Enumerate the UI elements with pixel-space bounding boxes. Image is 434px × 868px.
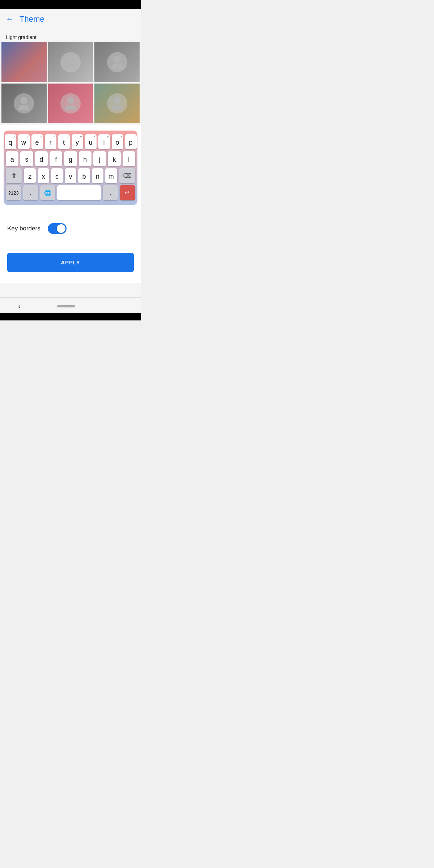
keyboard-row-1: 1q 2w 3e 4r 5t 6y 7u 8i 9o 0p bbox=[6, 134, 135, 149]
key-borders-row: Key borders bbox=[7, 223, 134, 234]
back-button[interactable]: ← bbox=[6, 14, 14, 24]
delete-key[interactable]: ⌫ bbox=[119, 168, 135, 183]
theme-cell-gray2[interactable] bbox=[94, 42, 140, 82]
key-p[interactable]: 0p bbox=[125, 134, 137, 149]
nav-pill bbox=[57, 305, 75, 307]
avatar-head bbox=[67, 56, 74, 63]
key-j[interactable]: j bbox=[93, 151, 106, 166]
key-v[interactable]: v bbox=[65, 168, 76, 183]
avatar bbox=[14, 93, 34, 114]
spacer3 bbox=[0, 283, 141, 297]
space-key[interactable] bbox=[57, 185, 101, 200]
symbols-key[interactable]: ?123 bbox=[6, 185, 21, 200]
key-f[interactable]: f bbox=[50, 151, 62, 166]
key-borders-label: Key borders bbox=[7, 225, 41, 232]
avatar-head bbox=[20, 97, 27, 104]
key-s[interactable]: s bbox=[20, 151, 33, 166]
avatar-body bbox=[65, 64, 76, 69]
key-h[interactable]: h bbox=[79, 151, 92, 166]
comma-key[interactable]: , bbox=[23, 185, 38, 200]
avatar bbox=[107, 52, 127, 72]
key-t[interactable]: 5t bbox=[58, 134, 70, 149]
avatar-body bbox=[112, 105, 123, 110]
key-n[interactable]: n bbox=[92, 168, 103, 183]
keyboard-row-3: ⇧ z x c v b n m ⌫ bbox=[6, 168, 135, 183]
key-y[interactable]: 6y bbox=[72, 134, 83, 149]
key-d[interactable]: d bbox=[35, 151, 48, 166]
status-bar bbox=[0, 0, 141, 9]
bottom-bar bbox=[0, 313, 141, 320]
avatar-body bbox=[18, 105, 29, 110]
keyboard-wrapper: 🎤 1q 2w 3e 4r 5t 6y 7u 8i 9o 0p a s d f … bbox=[4, 131, 137, 205]
key-a[interactable]: a bbox=[6, 151, 18, 166]
key-u[interactable]: 7u bbox=[85, 134, 97, 149]
bottom-nav: ‹ bbox=[0, 297, 141, 313]
return-key[interactable]: ↵ bbox=[120, 185, 135, 200]
nav-back-button[interactable]: ‹ bbox=[18, 302, 21, 310]
keyboard-row-2: a s d f g h j k l bbox=[6, 151, 135, 166]
keyboard-row-bottom: ?123 , 🌐 . ↵ bbox=[6, 185, 135, 200]
key-k[interactable]: k bbox=[108, 151, 120, 166]
avatar-body bbox=[65, 105, 76, 110]
key-o[interactable]: 9o bbox=[112, 134, 123, 149]
header: ← Theme bbox=[0, 9, 141, 30]
key-borders-toggle[interactable] bbox=[48, 223, 67, 234]
key-x[interactable]: x bbox=[38, 168, 49, 183]
period-key[interactable]: . bbox=[103, 185, 118, 200]
toggle-knob bbox=[57, 224, 65, 233]
shift-key[interactable]: ⇧ bbox=[6, 168, 22, 183]
theme-cell-blue-pink[interactable] bbox=[1, 42, 47, 82]
key-m[interactable]: m bbox=[105, 168, 117, 183]
avatar-head bbox=[67, 97, 74, 104]
section-label: Light gradient bbox=[0, 30, 141, 42]
keyboard-preview: 🎤 1q 2w 3e 4r 5t 6y 7u 8i 9o 0p a s d f … bbox=[0, 125, 141, 209]
key-l[interactable]: l bbox=[123, 151, 135, 166]
key-i[interactable]: 8i bbox=[98, 134, 110, 149]
page-title: Theme bbox=[20, 14, 44, 24]
key-g[interactable]: g bbox=[64, 151, 77, 166]
spacer2 bbox=[0, 243, 141, 246]
theme-grid bbox=[0, 42, 141, 125]
key-e[interactable]: 3e bbox=[31, 134, 43, 149]
avatar-head bbox=[114, 56, 121, 63]
avatar-body bbox=[112, 64, 123, 69]
avatar bbox=[60, 93, 81, 114]
theme-cell-gray1[interactable] bbox=[48, 42, 93, 82]
apply-section: APPLY bbox=[0, 246, 141, 283]
globe-key[interactable]: 🌐 bbox=[40, 185, 55, 200]
key-q[interactable]: 1q bbox=[5, 134, 16, 149]
theme-cell-gray3[interactable] bbox=[1, 84, 47, 123]
theme-cell-teal-orange[interactable] bbox=[94, 84, 140, 123]
key-z[interactable]: z bbox=[24, 168, 35, 183]
avatar bbox=[107, 93, 127, 114]
key-r[interactable]: 4r bbox=[45, 134, 56, 149]
key-c[interactable]: c bbox=[51, 168, 63, 183]
avatar bbox=[60, 52, 81, 72]
theme-cell-pink-red[interactable] bbox=[48, 84, 93, 123]
key-b[interactable]: b bbox=[78, 168, 90, 183]
apply-button[interactable]: APPLY bbox=[7, 253, 134, 272]
key-w[interactable]: 2w bbox=[18, 134, 30, 149]
spacer bbox=[0, 209, 141, 214]
avatar-head bbox=[114, 97, 121, 104]
settings-area: Key borders bbox=[0, 214, 141, 243]
